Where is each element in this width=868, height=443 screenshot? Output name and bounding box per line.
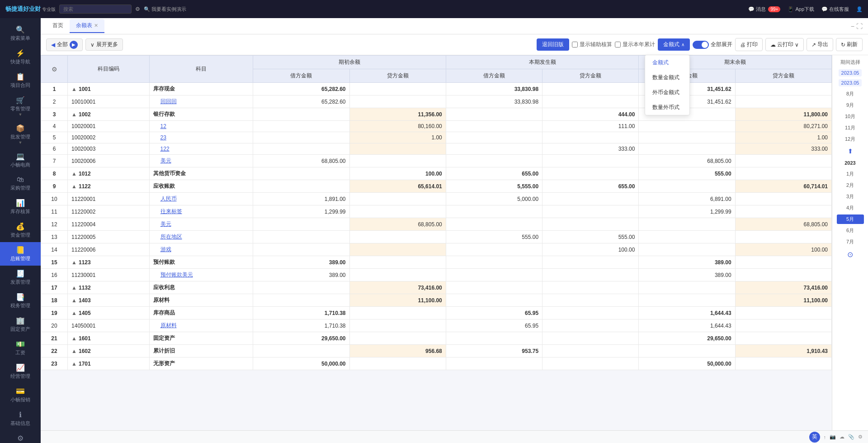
cell-current-debit	[446, 281, 542, 294]
cell-subject[interactable]: 原材料	[149, 319, 253, 332]
expand-more-btn[interactable]: ∨ 展开更多	[85, 38, 123, 51]
cell-subject[interactable]: 往来标签	[149, 205, 253, 218]
cell-current-debit	[446, 357, 542, 370]
export-btn[interactable]: ↗ 导出	[807, 38, 833, 51]
sidebar-item-retail[interactable]: 🛒 零售管理 ▼	[0, 92, 41, 120]
maximize-icon[interactable]: ⛶	[856, 23, 863, 30]
cell-opening-debit: 68,805.00	[253, 155, 349, 167]
status-bar-right: 英 ↑ 📷 ☁ 📎 ⚙	[809, 432, 863, 443]
sidebar-item-wholesale[interactable]: 📦 批发管理 ▼	[0, 120, 41, 148]
period-panel-header: 期间选择	[840, 59, 860, 66]
cell-subject[interactable]: 122	[149, 143, 253, 155]
refresh-btn[interactable]: ↻ 刷新	[836, 38, 863, 51]
cell-opening-credit	[349, 319, 446, 332]
format-option-foreign-amount[interactable]: 外币金额式	[645, 85, 689, 100]
format-option-amount[interactable]: 金额式	[645, 55, 689, 70]
month-item-6[interactable]: 6月	[837, 226, 864, 235]
cell-current-credit: 555.00	[542, 231, 639, 243]
cell-opening-credit	[349, 95, 446, 108]
tab-balance[interactable]: 余额表 ✕	[70, 19, 104, 33]
settings-icon[interactable]: ⚙	[52, 66, 57, 73]
show-ytd-checkbox[interactable]	[615, 42, 621, 48]
close-tab-icon[interactable]: ✕	[94, 23, 98, 29]
sidebar-item-nav[interactable]: ⚡ 快捷导航	[0, 45, 41, 69]
online-service-btn[interactable]: 💬 在线客服	[821, 6, 849, 13]
cell-subject[interactable]: 游戏	[149, 243, 253, 256]
expand-all-toggle[interactable]	[693, 41, 709, 49]
cell-opening-credit: 100.00	[349, 167, 446, 180]
app-layout: 🔍 搜索菜单 ⚡ 快捷导航 📋 项目合同 🛒 零售管理 ▼ 📦 批发管理 ▼ 💻…	[0, 18, 868, 443]
month-item-9[interactable]: 9月	[837, 100, 864, 110]
cell-current-debit	[446, 205, 542, 218]
show-ytd-check-label[interactable]: 显示本年累计	[615, 41, 655, 48]
cell-no: 8	[41, 167, 68, 180]
cell-subject[interactable]: 23	[149, 132, 253, 143]
camera-icon[interactable]: 📷	[830, 434, 836, 440]
cell-subject[interactable]: 回回回	[149, 95, 253, 108]
format-option-qty-amount[interactable]: 数量金额式	[645, 70, 689, 85]
month-item-7[interactable]: 7月	[837, 237, 864, 247]
sidebar-item-assets[interactable]: 🏢 固定资产	[0, 313, 41, 336]
app-download-btn[interactable]: 📱 App下载	[788, 6, 814, 13]
cell-subject[interactable]: 12	[149, 121, 253, 132]
sidebar-item-expense[interactable]: 💳 小畅报销	[0, 383, 41, 407]
show-aux-check-label[interactable]: 显示辅助核算	[572, 41, 612, 48]
cell-subject[interactable]: 美元	[149, 218, 253, 231]
notifications-btn[interactable]: 💬 消息 99+	[748, 6, 780, 13]
sidebar-item-ecommerce[interactable]: 💻 小畅电商	[0, 148, 41, 172]
sidebar-item-purchase[interactable]: 🛍 采购管理	[0, 172, 41, 195]
col-header-settings[interactable]: ⚙	[41, 56, 68, 83]
sidebar-item-invoice[interactable]: 🧾 发票管理	[0, 266, 41, 289]
return-old-btn[interactable]: 退回旧版	[537, 38, 569, 51]
cell-subject[interactable]: 预付账款美元	[149, 269, 253, 281]
minimize-icon[interactable]: −	[851, 23, 854, 30]
sidebar-item-salary[interactable]: 💵 工资	[0, 336, 41, 360]
sidebar-item-project[interactable]: 📋 项目合同	[0, 69, 41, 92]
search-input[interactable]	[59, 5, 132, 14]
forward-icon[interactable]: ▶	[70, 41, 78, 49]
month-item-2[interactable]: 2月	[837, 181, 864, 190]
cell-opening-credit: 65,614.01	[349, 180, 446, 193]
sidebar-item-ledger[interactable]: 📒 总账管理	[0, 242, 41, 266]
settings-icon[interactable]: ⚙	[135, 6, 140, 12]
cell-subject[interactable]: 人民币	[149, 193, 253, 205]
month-item-5[interactable]: 5月	[837, 214, 864, 224]
cloud-print-btn[interactable]: ☁ 云打印 ∨	[765, 38, 804, 51]
month-item-11[interactable]: 11月	[837, 123, 864, 133]
cell-opening-debit	[253, 231, 349, 243]
cloud-status-icon[interactable]: ☁	[840, 434, 844, 440]
attachment-icon[interactable]: 📎	[848, 434, 854, 440]
month-item-1[interactable]: 1月	[837, 169, 864, 179]
month-item-12[interactable]: 12月	[837, 134, 864, 144]
sidebar-item-search[interactable]: 🔍 搜索菜单	[0, 22, 41, 45]
cell-closing-credit	[735, 167, 831, 180]
gear-status-icon[interactable]: ⚙	[858, 434, 863, 440]
cell-subject[interactable]: 所在地区	[149, 231, 253, 243]
cell-subject[interactable]: 美元	[149, 155, 253, 167]
collapse-right-panel-icon[interactable]: ⊙	[847, 250, 853, 259]
sidebar-item-inventory[interactable]: 📊 库存核算	[0, 195, 41, 219]
demo-link[interactable]: 🔍 我要看实例演示	[144, 6, 186, 13]
cell-closing-debit	[639, 180, 735, 193]
month-item-8[interactable]: 8月	[837, 89, 864, 99]
cell-subject: 预付账款	[149, 256, 253, 269]
breadcrumb-btn[interactable]: ◀ 全部 ▶	[46, 38, 83, 51]
up-arrow-icon[interactable]: ↑	[824, 434, 826, 440]
zh-en-toggle-btn[interactable]: 英	[809, 432, 820, 443]
format-option-qty-foreign[interactable]: 数量外币式	[645, 100, 689, 115]
print-btn[interactable]: 🖨 打印	[735, 38, 763, 51]
sidebar-item-funds[interactable]: 💰 资金管理	[0, 219, 41, 242]
sidebar-item-info[interactable]: ℹ 基础信息	[0, 407, 41, 430]
month-item-3[interactable]: 3月	[837, 192, 864, 201]
tab-home[interactable]: 首页	[46, 19, 70, 33]
user-avatar[interactable]: 👤	[856, 6, 863, 12]
prev-year-icon[interactable]: ⬆	[848, 148, 853, 155]
format-dropdown-btn[interactable]: 金额式 ∧	[658, 38, 690, 51]
show-aux-checkbox[interactable]	[572, 42, 578, 48]
sidebar-item-system[interactable]: ⚙ 系统管理	[0, 430, 41, 443]
sidebar-item-tax[interactable]: 📑 税务管理	[0, 289, 41, 313]
cell-current-debit: 555.00	[446, 231, 542, 243]
month-item-10[interactable]: 10月	[837, 112, 864, 121]
month-item-4[interactable]: 4月	[837, 203, 864, 213]
sidebar-item-operation[interactable]: 📈 经营管理	[0, 360, 41, 383]
